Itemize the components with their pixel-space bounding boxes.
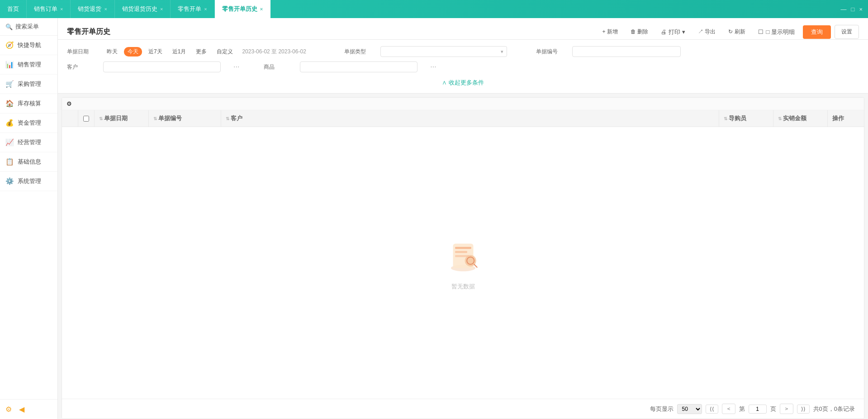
pager-next-button[interactable]: ＞	[780, 404, 793, 414]
pager-last-button[interactable]: ⟩⟩	[797, 405, 810, 414]
operations-icon: 📈	[5, 138, 14, 146]
tab-sales-order[interactable]: 销售订单 ×	[27, 0, 71, 18]
sidebar-item-label: 销售管理	[18, 61, 41, 69]
date-more[interactable]: 更多	[192, 47, 210, 56]
sidebar-item-quick-nav[interactable]: 🧭 快捷导航	[0, 36, 57, 55]
display-detail-button[interactable]: ☐ □ 显示明细	[754, 26, 799, 38]
search-icon: 🔍	[5, 24, 13, 30]
page-title: 零售开单历史	[67, 27, 110, 37]
add-button[interactable]: + 新增	[598, 26, 622, 38]
sidebar-item-operations[interactable]: 📈 经营管理	[0, 133, 57, 152]
delete-button[interactable]: 🗑 删除	[626, 26, 653, 38]
type-filter-label: 单据类型	[344, 48, 370, 56]
th-op: 操作	[828, 110, 864, 127]
tab-sales-return-history[interactable]: 销货退货历史 ×	[115, 0, 171, 18]
window-max-button[interactable]: □	[851, 6, 855, 13]
date-last7[interactable]: 近7天	[145, 47, 166, 56]
table-toolbar: ⚙	[62, 98, 864, 110]
type-select[interactable]	[380, 46, 507, 57]
sidebar-search[interactable]: 🔍 搜索采单	[0, 18, 57, 36]
sidebar-item-system-mgmt[interactable]: ⚙️ 系统管理	[0, 172, 57, 191]
date-today[interactable]: 今天	[124, 47, 142, 56]
tab-retail-open-history[interactable]: 零售开单历史 ×	[215, 0, 270, 18]
empty-icon	[443, 235, 484, 276]
table-settings-icon[interactable]: ⚙	[66, 100, 72, 107]
date-range-display: 2023-06-02 至 2023-06-02	[242, 48, 306, 56]
tab-retail-open[interactable]: 零售开单 ×	[171, 0, 214, 18]
sort-icon: ⇅	[724, 116, 727, 121]
content-area: 零售开单历史 + 新增 🗑 删除 🖨 打印 ▾ ↗ 导出 ↻ 刷新 ☐ □ 显示…	[58, 18, 868, 419]
per-page-label: 每页显示	[650, 405, 674, 413]
sort-icon: ⇅	[226, 116, 229, 121]
main-layout: 🔍 搜索采单 🧭 快捷导航 📊 销售管理 🛒 采购管理 🏠 库存核算 💰 资金管…	[0, 18, 868, 419]
per-page-select[interactable]: 50 10 20 100	[677, 404, 702, 414]
sidebar: 🔍 搜索采单 🧭 快捷导航 📊 销售管理 🛒 采购管理 🏠 库存核算 💰 资金管…	[0, 18, 58, 419]
pager-prev-button[interactable]: ＜	[722, 404, 735, 414]
sidebar-item-label: 资金管理	[18, 119, 41, 127]
sidebar-collapse-button[interactable]: ◀	[19, 405, 24, 414]
no-input[interactable]	[572, 46, 681, 57]
filter-row-1: 单据日期 昨天 今天 近7天 近1月 更多 自定义 2023-06-02 至 2…	[67, 46, 859, 57]
refresh-button[interactable]: ↻ 刷新	[724, 26, 749, 38]
tab-close-retail-open[interactable]: ×	[204, 6, 207, 12]
purchase-mgmt-icon: 🛒	[5, 80, 14, 88]
collapse-bar[interactable]: ∧ 收起更多条件	[67, 77, 859, 87]
sidebar-item-purchase-mgmt[interactable]: 🛒 采购管理	[0, 75, 57, 94]
sidebar-item-inventory[interactable]: 🏠 库存核算	[0, 94, 57, 113]
sidebar-item-label: 基础信息	[18, 158, 41, 166]
customer-input[interactable]	[103, 61, 221, 72]
th-guide[interactable]: ⇅ 导购员	[719, 110, 773, 127]
pager-first-button[interactable]: ⟨⟨	[706, 405, 718, 414]
print-button[interactable]: 🖨 打印 ▾	[656, 26, 690, 38]
tab-close-sales-return[interactable]: ×	[104, 6, 107, 12]
th-amount[interactable]: ⇅ 实销金额	[773, 110, 828, 127]
query-button[interactable]: 查询	[803, 25, 831, 39]
system-mgmt-icon: ⚙️	[5, 177, 14, 185]
tab-home[interactable]: 首页	[0, 0, 27, 18]
tab-close-sales-return-history[interactable]: ×	[160, 6, 163, 12]
settings-button[interactable]: 设置	[835, 25, 859, 39]
sidebar-settings-button[interactable]: ⚙	[5, 405, 12, 414]
quick-nav-icon: 🧭	[5, 41, 14, 49]
sidebar-search-label: 搜索采单	[15, 23, 39, 31]
date-custom[interactable]: 自定义	[213, 47, 237, 56]
page-label: 第	[739, 405, 745, 413]
th-date[interactable]: ⇅ 单据日期	[95, 110, 149, 127]
goods-input[interactable]	[300, 61, 417, 72]
sidebar-item-finance[interactable]: 💰 资金管理	[0, 113, 57, 133]
inventory-icon: 🏠	[5, 99, 14, 108]
th-no[interactable]: ⇅ 单据编号	[149, 110, 221, 127]
svg-rect-3	[455, 251, 467, 253]
sidebar-item-label: 库存核算	[18, 99, 41, 108]
date-last-month[interactable]: 近1月	[169, 47, 190, 56]
total-label: 共0页，0条记录	[813, 405, 855, 413]
window-min-button[interactable]: —	[841, 6, 847, 13]
sidebar-item-sales-mgmt[interactable]: 📊 销售管理	[0, 55, 57, 75]
sort-icon: ⇅	[99, 116, 103, 121]
svg-line-7	[474, 264, 477, 267]
tab-close-retail-open-history[interactable]: ×	[260, 6, 263, 12]
date-yesterday[interactable]: 昨天	[103, 47, 121, 56]
sort-icon: ⇅	[153, 116, 157, 121]
sales-mgmt-icon: 📊	[5, 61, 14, 69]
table-header: ⇅ 单据日期 ⇅ 单据编号 ⇅ 客户 ⇅ 导购员 ⇅ 实销金额	[62, 110, 864, 127]
th-checkbox[interactable]	[78, 110, 95, 127]
export-button[interactable]: ↗ 导出	[693, 26, 720, 38]
sidebar-bottom: ⚙ ◀	[0, 399, 57, 419]
tab-sales-return[interactable]: 销货退货 ×	[71, 0, 114, 18]
filter-row-2: 客户 ··· 商品 ···	[67, 61, 859, 72]
tab-close-sales-order[interactable]: ×	[60, 6, 63, 12]
page-input[interactable]	[749, 405, 767, 414]
empty-state: 暂无数据	[62, 127, 864, 399]
sidebar-item-label: 系统管理	[18, 177, 41, 185]
th-customer[interactable]: ⇅ 客户	[221, 110, 719, 127]
date-filter-label: 单据日期	[67, 48, 92, 56]
select-all-checkbox[interactable]	[83, 116, 89, 122]
checkbox-icon: ☐	[758, 28, 764, 35]
goods-more-icon[interactable]: ···	[430, 63, 436, 71]
window-close-button[interactable]: ×	[859, 6, 863, 13]
customer-more-icon[interactable]: ···	[233, 63, 239, 71]
sidebar-item-basic-info[interactable]: 📋 基础信息	[0, 152, 57, 172]
sidebar-item-label: 经营管理	[18, 138, 41, 146]
top-bar: 首页 销售订单 × 销货退货 × 销货退货历史 × 零售开单 × 零售开单历史 …	[0, 0, 868, 18]
